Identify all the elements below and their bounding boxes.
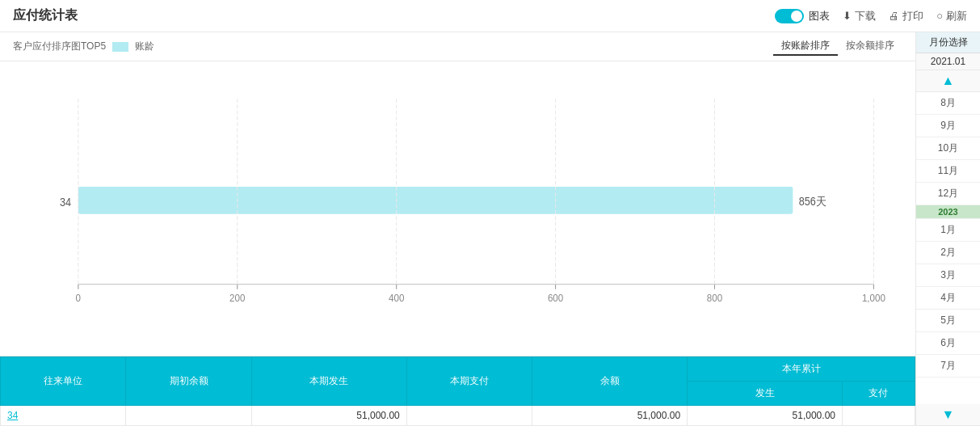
sidebar-item-nov[interactable]: 11月 xyxy=(916,160,980,183)
sidebar-item-feb[interactable]: 2月 xyxy=(916,242,980,264)
svg-text:400: 400 xyxy=(389,293,404,305)
page-title: 应付统计表 xyxy=(13,7,78,24)
th-opening-balance: 期初余额 xyxy=(126,357,251,406)
svg-text:0: 0 xyxy=(76,293,82,305)
table-section: 往来单位 期初余额 本期发生 本期支付 余额 本年累计 发生 支付 xyxy=(0,356,915,426)
chart-area: 34 856天 0 200 400 600 xyxy=(0,61,915,356)
svg-text:800: 800 xyxy=(707,293,722,305)
th-balance: 余额 xyxy=(532,357,688,406)
sidebar-month-list: 8月 9月 10月 11月 12月 2023 1月 2月 3月 4月 5月 6月… xyxy=(916,92,980,404)
th-ytd-payment: 支付 xyxy=(842,382,915,406)
table-row: 34 51,000.00 51,000.00 51,000.00 xyxy=(1,406,915,426)
sidebar-item-sep[interactable]: 9月 xyxy=(916,115,980,137)
sidebar-scroll-up-button[interactable]: ▲ xyxy=(916,70,980,92)
chart-legend: 客户应付排序图TOP5 账龄 xyxy=(13,40,154,53)
download-label: 下载 xyxy=(855,9,876,23)
print-button[interactable]: 🖨 打印 xyxy=(889,9,923,23)
svg-text:34: 34 xyxy=(60,196,71,209)
th-ytd: 本年累计 xyxy=(688,357,915,382)
th-vendor: 往来单位 xyxy=(1,357,126,406)
refresh-button[interactable]: ○ 刷新 xyxy=(936,9,967,23)
sidebar-item-jul[interactable]: 7月 xyxy=(916,355,980,377)
sidebar-current-date: 2021.01 xyxy=(916,53,980,70)
sort-by-balance-button[interactable]: 按余额排序 xyxy=(838,37,902,56)
sidebar-year-2023[interactable]: 2023 xyxy=(916,205,980,219)
sort-by-amount-button[interactable]: 按账龄排序 xyxy=(773,37,838,56)
legend-box-label: 账龄 xyxy=(135,40,154,53)
svg-rect-1 xyxy=(78,187,793,214)
download-button[interactable]: ⬇ 下载 xyxy=(843,9,876,23)
sidebar-header: 月份选择 xyxy=(916,32,980,53)
sidebar: 月份选择 2021.01 ▲ 8月 9月 10月 11月 12月 2023 1月… xyxy=(915,32,980,426)
th-current-payment: 本期支付 xyxy=(406,357,532,406)
chart-controls: 客户应付排序图TOP5 账龄 按账龄排序 按余额排序 xyxy=(0,32,915,61)
sidebar-item-apr[interactable]: 4月 xyxy=(916,287,980,310)
th-current-occurrence: 本期发生 xyxy=(251,357,406,406)
data-table: 往来单位 期初余额 本期发生 本期支付 余额 本年累计 发生 支付 xyxy=(0,356,915,426)
print-icon: 🖨 xyxy=(889,10,899,22)
svg-text:200: 200 xyxy=(229,293,245,305)
td-ytd-occurrence: 51,000.00 xyxy=(688,406,843,426)
sidebar-scroll-down-button[interactable]: ▼ xyxy=(916,404,980,426)
th-ytd-occurrence: 发生 xyxy=(688,382,843,406)
sidebar-item-oct[interactable]: 10月 xyxy=(916,137,980,160)
svg-text:600: 600 xyxy=(548,293,563,305)
td-current-payment xyxy=(406,406,532,426)
sidebar-item-aug[interactable]: 8月 xyxy=(916,92,980,115)
td-opening-balance xyxy=(126,406,251,426)
header-actions: 图表 ⬇ 下载 🖨 打印 ○ 刷新 xyxy=(775,9,967,23)
download-icon: ⬇ xyxy=(843,10,852,22)
refresh-icon: ○ xyxy=(936,10,943,22)
sidebar-item-jun[interactable]: 6月 xyxy=(916,332,980,355)
legend-label: 客户应付排序图TOP5 xyxy=(13,40,106,53)
td-ytd-payment xyxy=(842,406,915,426)
sidebar-item-jan[interactable]: 1月 xyxy=(916,219,980,242)
svg-text:856天: 856天 xyxy=(799,195,826,208)
td-balance: 51,000.00 xyxy=(532,406,688,426)
chart-toggle-label: 图表 xyxy=(809,9,830,23)
page-wrapper: 应付统计表 图表 ⬇ 下载 🖨 打印 ○ 刷新 xyxy=(0,0,980,426)
sidebar-item-mar[interactable]: 3月 xyxy=(916,264,980,287)
td-current-occurrence: 51,000.00 xyxy=(251,406,406,426)
sidebar-item-dec[interactable]: 12月 xyxy=(916,183,980,205)
chart-section: 客户应付排序图TOP5 账龄 按账龄排序 按余额排序 34 856天 xyxy=(0,32,915,426)
main-content: 客户应付排序图TOP5 账龄 按账龄排序 按余额排序 34 856天 xyxy=(0,32,980,426)
svg-text:1,000: 1,000 xyxy=(862,293,885,305)
print-label: 打印 xyxy=(902,9,923,23)
chart-toggle-wrap[interactable]: 图表 xyxy=(775,9,830,23)
chart-toggle[interactable] xyxy=(775,9,804,23)
sort-buttons: 按账龄排序 按余额排序 xyxy=(773,37,902,56)
legend-box xyxy=(112,42,128,52)
sidebar-item-may[interactable]: 5月 xyxy=(916,310,980,332)
td-vendor[interactable]: 34 xyxy=(1,406,126,426)
page-header: 应付统计表 图表 ⬇ 下载 🖨 打印 ○ 刷新 xyxy=(0,0,980,32)
refresh-label: 刷新 xyxy=(946,9,967,23)
chart-svg: 34 856天 0 200 400 600 xyxy=(48,70,899,323)
